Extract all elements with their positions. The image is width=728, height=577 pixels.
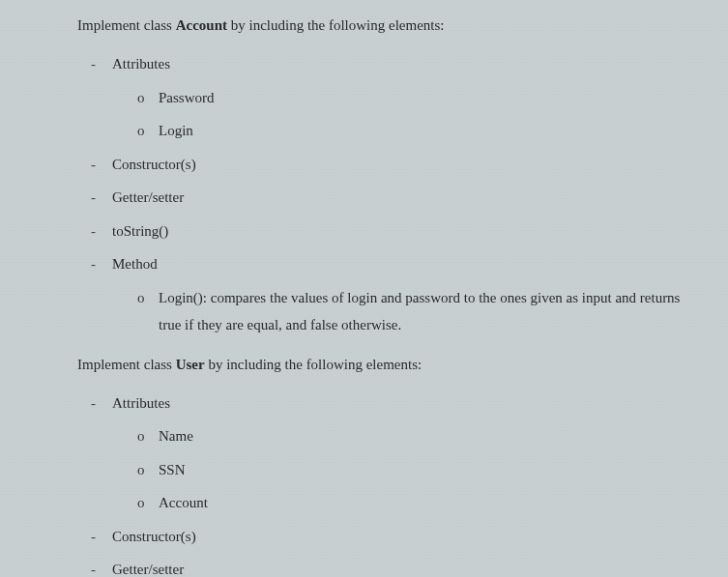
account-method-sublist: Login(): compares the values of login an… bbox=[112, 284, 689, 339]
document-page: Implement class Account by including the… bbox=[0, 0, 728, 577]
list-item: Account bbox=[112, 489, 689, 517]
account-attributes-sublist: Password Login bbox=[112, 84, 689, 145]
list-item: Attributes Name SSN Account bbox=[77, 389, 689, 517]
user-intro: Implement class User by including the fo… bbox=[77, 353, 689, 376]
text: Implement class bbox=[77, 357, 176, 372]
method-description: Login(): compares the values of login an… bbox=[159, 290, 680, 333]
attr-label: SSN bbox=[159, 462, 186, 477]
list-item: SSN bbox=[112, 456, 689, 484]
list-item: Method Login(): compares the values of l… bbox=[77, 250, 689, 339]
class-name-user: User bbox=[176, 357, 205, 372]
item-label: Getter/setter bbox=[112, 189, 184, 205]
list-item: Login bbox=[112, 117, 689, 145]
list-item: Attributes Password Login bbox=[77, 50, 689, 145]
text: Implement class bbox=[77, 17, 176, 33]
list-item: toString() bbox=[77, 217, 689, 245]
user-attributes-sublist: Name SSN Account bbox=[112, 422, 689, 517]
user-list: Attributes Name SSN Account Constructor(… bbox=[77, 389, 689, 578]
list-item: Constructor(s) bbox=[77, 523, 689, 551]
list-item: Name bbox=[112, 422, 689, 450]
list-item: Getter/setter bbox=[77, 556, 689, 577]
text: by including the following elements: bbox=[205, 357, 422, 372]
item-label: Constructor(s) bbox=[112, 157, 196, 172]
account-intro: Implement class Account by including the… bbox=[77, 14, 689, 37]
item-label: Getter/setter bbox=[112, 562, 184, 577]
item-label: Method bbox=[112, 256, 158, 272]
list-item: Password bbox=[112, 84, 689, 112]
item-label: Attributes bbox=[112, 56, 170, 72]
attr-label: Login bbox=[159, 123, 193, 138]
list-item: Login(): compares the values of login an… bbox=[112, 284, 689, 339]
list-item: Getter/setter bbox=[77, 184, 689, 212]
item-label: Constructor(s) bbox=[112, 529, 196, 544]
account-list: Attributes Password Login Constructor(s)… bbox=[77, 50, 689, 339]
attr-label: Name bbox=[159, 428, 193, 444]
attr-label: Account bbox=[159, 495, 208, 510]
list-item: Constructor(s) bbox=[77, 151, 689, 179]
item-label: Attributes bbox=[112, 395, 170, 411]
attr-label: Password bbox=[159, 90, 215, 105]
class-name-account: Account bbox=[176, 17, 227, 33]
item-label: toString() bbox=[112, 223, 168, 239]
text: by including the following elements: bbox=[227, 17, 445, 33]
